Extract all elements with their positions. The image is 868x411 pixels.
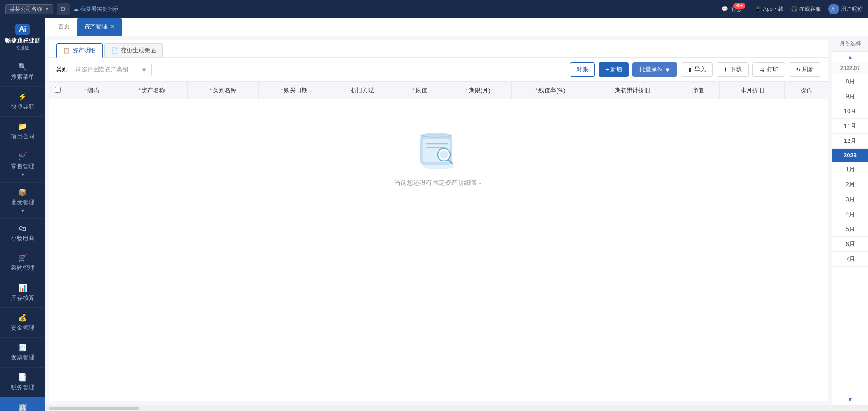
sidebar-item-tax[interactable]: 📑 税务管理 (0, 368, 45, 397)
download-icon: ⬇ (723, 66, 728, 73)
dropdown-arrow-icon: ▼ (141, 66, 147, 73)
col-cumulative-depreciation: 期初累计折旧 (589, 82, 676, 99)
sub-tab-asset-detail[interactable]: 📋 资产明细 (56, 43, 103, 58)
tab-asset-mgmt[interactable]: 资产管理 ✕ (77, 18, 122, 36)
col-monthly-depreciation: 本月折旧 (720, 82, 785, 99)
table-container: *编码 *资产名称 *类别名称 *购买日期 折旧方法 *原值 *期限(月) *残… (49, 82, 828, 401)
category-dropdown[interactable]: 请选择固定资产类别 ▼ (71, 63, 152, 76)
top-bar-left: 某某公司名称 ▼ ⚙ ☁ 我要看实例演示 (5, 3, 722, 15)
year-2022-label: 2022.07 (832, 62, 868, 74)
online-service-label: 在线客服 (799, 5, 821, 13)
month-item-11[interactable]: 11月 (832, 119, 868, 134)
arrow-icon: ▼ (21, 208, 25, 213)
sub-tab-label: 资产明细 (72, 47, 96, 55)
sidebar-item-finance[interactable]: 💰 资金管理 (0, 308, 45, 338)
month-item-1[interactable]: 1月 (832, 162, 868, 177)
month-item-7[interactable]: 7月 (832, 252, 868, 267)
sidebar-item-purchase[interactable]: 🛒 采购管理 (0, 248, 45, 278)
app-download-button[interactable]: 📱 App下载 (755, 5, 783, 13)
category-placeholder: 请选择固定资产类别 (75, 66, 128, 74)
company-name: 某某公司名称 (9, 5, 42, 13)
col-code: *编码 (67, 82, 116, 99)
month-panel: 月份选择 ▲ 2022.07 8月 9月 10月 11月 12月 2023 1月… (832, 36, 868, 405)
invoice-icon: 🧾 (18, 343, 27, 352)
box-icon: 📦 (18, 188, 27, 197)
import-button[interactable]: ⬆ 导入 (681, 62, 713, 77)
tab-close-icon[interactable]: ✕ (110, 24, 115, 30)
lightning-icon: ⚡ (18, 92, 27, 101)
top-bar-right: 💬 消息 99+ 📱 App下载 🎧 在线客服 用 用户昵称 (722, 4, 863, 14)
user-avatar: 用 (828, 4, 839, 14)
demo-link-text: 我要看实例演示 (80, 5, 118, 13)
app-name: 畅捷通好业财 (4, 37, 42, 45)
batch-button[interactable]: 批量操作 ▼ (632, 62, 677, 77)
sidebar-item-wholesale[interactable]: 📦 批发管理 ▼ (0, 183, 45, 219)
sidebar-item-ecommerce[interactable]: 🛍 小畅电商 (0, 219, 45, 248)
add-button[interactable]: + 新增 (599, 62, 629, 77)
print-button[interactable]: 🖨 打印 (752, 62, 785, 77)
list-icon: 📋 (63, 47, 70, 54)
money-icon: 💰 (18, 313, 27, 322)
month-item-5[interactable]: 5月 (832, 222, 868, 237)
month-item-9[interactable]: 9月 (832, 89, 868, 104)
app-edition: 专业版 (4, 45, 42, 51)
horizontal-scrollbar[interactable] (49, 407, 139, 410)
sidebar-item-label: 小畅电商 (11, 234, 34, 242)
col-name: *资产名称 (116, 82, 188, 99)
month-item-2[interactable]: 2月 (832, 177, 868, 192)
main-layout: Ai 畅捷通好业财 专业版 🔍 搜索菜单 ⚡ 快捷导航 📁 项目合同 🛒 零售管… (0, 18, 868, 411)
col-residual-rate: *残值率(%) (512, 82, 589, 99)
settings-button[interactable]: ⚙ (57, 3, 70, 15)
doc-icon: 📄 (111, 47, 118, 54)
demo-link[interactable]: ☁ 我要看实例演示 (73, 5, 118, 13)
month-item-4[interactable]: 4月 (832, 207, 868, 222)
sub-tab-label: 变更生成凭证 (121, 47, 156, 55)
select-all-checkbox[interactable] (55, 87, 61, 93)
tax-icon: 📑 (18, 373, 27, 382)
month-scroll-up-button[interactable]: ▲ (832, 52, 868, 62)
sidebar-item-search[interactable]: 🔍 搜索菜单 (0, 57, 45, 87)
svg-point-10 (423, 133, 450, 137)
download-button[interactable]: ⬇ 下载 (717, 62, 749, 77)
tab-bar: 首页 资产管理 ✕ (45, 18, 868, 36)
message-icon: 💬 (722, 6, 728, 12)
col-net-value: 净值 (676, 82, 720, 99)
month-list: 2022.07 8月 9月 10月 11月 12月 2023 1月 2月 3月 … (832, 62, 868, 394)
import-icon: ⬆ (688, 66, 693, 73)
tab-asset-mgmt-label: 资产管理 (84, 23, 108, 31)
month-item-10[interactable]: 10月 (832, 104, 868, 119)
user-menu[interactable]: 用 用户昵称 (828, 4, 863, 14)
company-selector[interactable]: 某某公司名称 ▼ (5, 4, 53, 14)
online-service-button[interactable]: 🎧 在线客服 (791, 5, 821, 13)
message-badge: 99+ (733, 3, 745, 9)
month-item-8[interactable]: 8月 (832, 74, 868, 89)
tab-home[interactable]: 首页 (51, 18, 77, 36)
category-select: 类别 请选择固定资产类别 ▼ (56, 63, 152, 76)
refresh-label: 刷新 (802, 66, 814, 74)
refresh-button[interactable]: ↻ 刷新 (789, 62, 821, 77)
message-button[interactable]: 💬 消息 99+ (722, 5, 741, 13)
sub-tab-change-voucher[interactable]: 📄 变更生成凭证 (104, 43, 163, 57)
month-item-6[interactable]: 6月 (832, 237, 868, 252)
col-purchase-date: *购买日期 (259, 82, 330, 99)
reconcile-button[interactable]: 对账 (570, 62, 595, 77)
sidebar-item-project[interactable]: 📁 项目合同 (0, 117, 45, 146)
month-panel-header: 月份选择 (832, 36, 868, 52)
month-item-3[interactable]: 3月 (832, 192, 868, 207)
cart-icon: 🛒 (18, 152, 27, 161)
sidebar-item-label: 快捷导航 (11, 103, 34, 111)
sidebar-item-inventory[interactable]: 📊 库存核算 (0, 278, 45, 308)
month-item-12[interactable]: 12月 (832, 134, 868, 149)
col-depreciation-method: 折旧方法 (330, 82, 395, 99)
sidebar-item-invoice[interactable]: 🧾 发票管理 (0, 338, 45, 368)
sidebar-item-quick-nav[interactable]: ⚡ 快捷导航 (0, 87, 45, 117)
col-original-value: *原值 (395, 82, 444, 99)
user-name: 用户昵称 (841, 5, 863, 13)
col-category: *类别名称 (187, 82, 259, 99)
print-label: 打印 (767, 66, 778, 74)
month-scroll-down-button[interactable]: ▼ (832, 394, 868, 405)
sidebar-item-fixed-asset[interactable]: 🏢 固定资产 (0, 397, 45, 411)
asset-table: *编码 *资产名称 *类别名称 *购买日期 折旧方法 *原值 *期限(月) *残… (49, 82, 828, 99)
empty-text: 当前您还没有固定资产明细哦～ (394, 179, 483, 187)
sidebar-item-retail[interactable]: 🛒 零售管理 ▼ (0, 146, 45, 183)
